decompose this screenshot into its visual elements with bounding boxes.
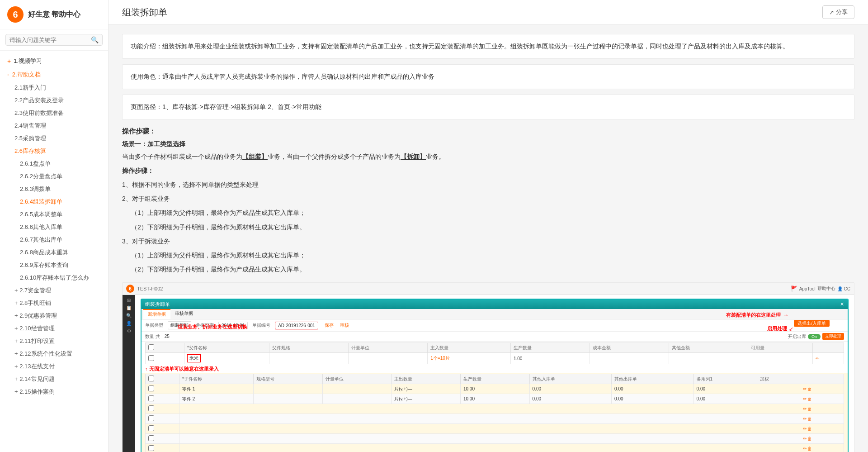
sim-th-cost: 成本金额	[590, 343, 669, 353]
sim-lower-table-header: *子件名称 规格型号 计量单位 主出数量 生产数量 其他入库单 其他出库单 备用…	[146, 374, 844, 384]
logo-area: 6 好生意 帮助中心	[0, 0, 108, 29]
sim-row-check-1[interactable]	[148, 355, 154, 361]
sim-actions: 🚩 AppTool 帮助中心 👤 CC	[791, 285, 850, 292]
sim-icon-home: ⊞	[127, 298, 131, 303]
sim-flag-icon: 🚩	[791, 285, 797, 292]
sidebar-item-2-1[interactable]: 2.1新手入门	[0, 81, 108, 94]
sidebar-item-2-8[interactable]: + 2.8手机旺铺	[0, 297, 108, 309]
table-row: 米米 1个=10片 1.00 ✏	[146, 353, 844, 364]
scenario1-title: 场景一：加工类型选择	[122, 140, 854, 148]
function-intro-text: 功能介绍：组装拆卸单用来处理企业组装或拆卸等加工业务，支持有固定装配清单的产品加…	[131, 43, 789, 50]
table-row: ✏ 🗑	[146, 434, 844, 444]
sidebar-item-2-6-6[interactable]: 2.6.6其他入库单	[0, 221, 108, 233]
sim-lower-check-1[interactable]	[148, 385, 154, 391]
sim-close-icon: ✕	[840, 301, 844, 307]
sim-td-other	[669, 353, 748, 364]
sim-lower-check-3[interactable]	[148, 405, 154, 411]
sidebar-item-2-14[interactable]: + 2.14常见问题	[0, 373, 108, 385]
sidebar-item-2-6-1[interactable]: 2.6.1盘点单	[0, 157, 108, 170]
sidebar-item-2-12[interactable]: + 2.12系统个性化设置	[0, 347, 108, 360]
sim-th-inqty: 主入数量	[428, 343, 511, 353]
sidebar-item-2-6-10[interactable]: 2.6.10库存账本错了怎么办	[0, 271, 108, 284]
sidebar-item-2-6-8[interactable]: 2.6.8商品成本重算	[0, 246, 108, 259]
sidebar-item-2-6-2[interactable]: 2.6.2分量盘点单	[0, 170, 108, 183]
sidebar-item-2-7[interactable]: + 2.7资金管理	[0, 284, 108, 297]
sidebar-item-2-5[interactable]: 2.5采购管理	[0, 132, 108, 145]
sim-lower-select-all[interactable]	[148, 376, 154, 381]
annotation-3: 组装业务、拆卸业务在这里切换	[178, 324, 247, 330]
sidebar-item-2-15[interactable]: + 2.15操作案例	[0, 385, 108, 398]
sim-td-name: 米米	[184, 353, 269, 364]
sim-count-label: 数量 共	[145, 333, 160, 340]
sidebar-item-2-6-3[interactable]: 2.6.3调拨单	[0, 183, 108, 195]
sim-lth-select	[146, 374, 179, 384]
sim-toggle-on[interactable]: On	[808, 334, 821, 339]
sim-lower-table-area: *子件名称 规格型号 计量单位 主出数量 生产数量 其他入库单 其他出库单 备用…	[142, 373, 848, 452]
sidebar-item-2-label: 2.帮助文档	[12, 71, 41, 79]
sim-num-input[interactable]: AD-20191226-001	[275, 322, 318, 329]
sidebar-item-2-6[interactable]: 2.6库存核算	[0, 145, 108, 157]
sim-td-unit	[349, 353, 428, 364]
sim-th-select	[146, 343, 184, 353]
sim-count-value: 25	[165, 334, 170, 339]
sim-lower-table: *子件名称 规格型号 计量单位 主出数量 生产数量 其他入库单 其他出库单 备用…	[145, 374, 844, 452]
sidebar-item-2-6-7[interactable]: 2.6.7其他出库单	[0, 233, 108, 246]
sidebar-item-2-2[interactable]: 2.2产品安装及登录	[0, 94, 108, 107]
sim-td-edit[interactable]: ✏	[812, 353, 844, 364]
sidebar-item-1-label: 1.视频学习	[14, 57, 42, 65]
table-row: ✏ 🗑	[146, 424, 844, 434]
sidebar: 6 好生意 帮助中心 🔍 + 1.视频学习 - 2.帮助文档 2.1新手入门 2…	[0, 0, 108, 452]
table-row: ✏ 🗑	[146, 444, 844, 452]
sim-inner-window: 组装拆卸单 ✕ 新增单据 审核单据 单据类型 组装拆卸	[141, 299, 849, 452]
search-icon[interactable]: 🔍	[91, 36, 99, 43]
step-2-2: （2）下部明细为子件明细，最终作为原材料生成其它出库单。	[122, 222, 854, 233]
sim-select-all-check[interactable]	[148, 344, 154, 350]
sim-lth-name: *子件名称	[179, 374, 253, 384]
share-button[interactable]: ↗ 分享	[822, 5, 854, 19]
logo-text: 好生意 帮助中心	[28, 10, 80, 19]
sidebar-item-1[interactable]: + 1.视频学习	[0, 54, 108, 68]
sidebar-item-2-3[interactable]: 2.3使用前数据准备	[0, 107, 108, 119]
annotation-4-text: 启用处理	[767, 325, 787, 332]
sidebar-item-2-13[interactable]: + 2.13在线支付	[0, 360, 108, 373]
sidebar-item-2-6-5[interactable]: 2.6.5成本调整单	[0, 208, 108, 221]
sim-apps-label: AppTool	[799, 286, 816, 291]
sim-left-icon-bar: ⊞ 📋 🔍 👤 ⚙	[123, 295, 135, 452]
sim-lower-check-4[interactable]	[148, 415, 154, 421]
sim-lth-action	[800, 374, 844, 384]
sim-tab-review[interactable]: 审核单据	[170, 309, 198, 319]
sim-save-btn[interactable]: 保存	[325, 322, 334, 328]
sim-td-avail	[748, 353, 812, 364]
sim-th-avail: 可用量	[748, 343, 812, 353]
sidebar-item-2-10[interactable]: + 2.10经营管理	[0, 322, 108, 335]
sidebar-item-2-4[interactable]: 2.4销售管理	[0, 119, 108, 132]
sim-name-input[interactable]: 米米	[187, 354, 201, 362]
sim-sub-form-row: 数量 共 25 组装业务、拆卸业务在这里切换 启用处理 ↙	[142, 332, 848, 342]
table-row: ✏ 🗑	[146, 404, 844, 414]
annotation-1: 有装配清单的在这里处理 →	[726, 311, 789, 319]
sidebar-item-2-6-9[interactable]: 2.6.9库存账本查询	[0, 259, 108, 271]
sidebar-item-2-9[interactable]: + 2.9优惠券管理	[0, 309, 108, 322]
sim-tab-new[interactable]: 新增单据	[143, 309, 170, 319]
sidebar-item-2-11[interactable]: + 2.11打印设置	[0, 335, 108, 347]
sim-th-name: *父件名称	[184, 343, 269, 353]
nav-tree: + 1.视频学习 - 2.帮助文档 2.1新手入门 2.2产品安装及登录 2.3…	[0, 51, 108, 452]
sim-select-btn-label[interactable]: 选择出/入库单	[794, 320, 830, 327]
sim-upper-table-area: *父件名称 父件规格 计量单位 主入数量 生产数量 成本金额 其他金额 可用量	[142, 342, 848, 365]
table-row: ✏ 🗑	[146, 414, 844, 424]
sidebar-item-2[interactable]: - 2.帮助文档	[0, 68, 108, 81]
sim-lower-check-5[interactable]	[148, 425, 154, 431]
sim-review-btn[interactable]: 审核	[340, 322, 349, 328]
sim-th-action	[812, 343, 844, 353]
sim-lower-check-6[interactable]	[148, 435, 154, 441]
sim-confirm-btn[interactable]: 立即处理	[822, 333, 844, 340]
sim-lower-check-2[interactable]	[148, 395, 154, 401]
sim-logo: 6	[126, 285, 134, 293]
sim-icon-doc: 📋	[126, 305, 132, 310]
sim-icon-user: 👤	[126, 321, 132, 326]
sidebar-item-2-6-4[interactable]: 2.6.4组装拆卸单	[0, 195, 108, 208]
search-input[interactable]	[9, 37, 91, 43]
sim-td-cost	[590, 353, 669, 364]
sim-lower-check-7[interactable]	[148, 445, 154, 451]
sim-select-btn: 选择出/入库单	[794, 320, 830, 327]
